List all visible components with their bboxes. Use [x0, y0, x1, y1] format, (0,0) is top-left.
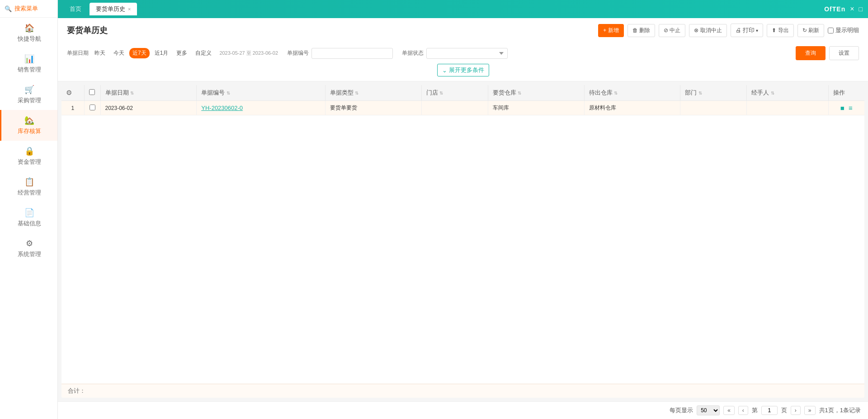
window-maximize-btn[interactable]: □ — [859, 5, 863, 13]
doc-number-link[interactable]: YH-20230602-0 — [201, 105, 243, 111]
row-ops: ■ ≡ — [828, 101, 864, 115]
row-dept — [680, 101, 747, 115]
cancel-stop-button[interactable]: ⊗ 取消中止 — [689, 24, 726, 37]
print-button[interactable]: 🖨 打印 ▾ — [731, 24, 764, 37]
doc-status-select[interactable] — [426, 48, 508, 59]
date-filter-label: 单据日期 — [67, 49, 89, 57]
display-detail-checkbox[interactable] — [828, 28, 834, 33]
select-all-checkbox[interactable] — [89, 89, 95, 95]
pagination-bar: 每页显示 10 20 50 100 « ‹ 第 页 › » 共1页，1条记录 — [58, 401, 868, 419]
col-handler[interactable]: 经手人 — [747, 85, 828, 101]
date-btn-custom[interactable]: 自定义 — [192, 48, 215, 58]
data-table: ⚙ 单据日期 单据编号 单据类型 — [61, 85, 864, 115]
filter-actions-row: ⌄ 展开更多条件 — [67, 64, 859, 81]
row-req-warehouse: 车间库 — [488, 101, 584, 115]
col-doc-number[interactable]: 单据编号 — [197, 85, 326, 101]
date-btn-today[interactable]: 今天 — [110, 48, 127, 58]
table-body: 1 2023-06-02 YH-20230602-0 要货单要货 车间库 原材料… — [61, 101, 864, 115]
sidebar-item-label: 采购管理 — [18, 96, 41, 105]
tab-home-label: 首页 — [70, 5, 81, 13]
sidebar-item-label: 基础信息 — [18, 219, 41, 228]
row-checkbox[interactable] — [90, 105, 95, 110]
tab-close-icon[interactable]: × — [128, 6, 131, 12]
col-ops: 操作 — [828, 85, 864, 101]
refresh-button[interactable]: ↻ 刷新 — [797, 24, 824, 37]
col-checkbox — [84, 85, 100, 101]
col-req-warehouse[interactable]: 要货仓库 — [488, 85, 584, 101]
toolbar: + 新增 🗑 删除 ⊘ 中止 ⊗ 取消中止 🖨 打印 ▾ ⬆ 导出 ↻ 刷新 显… — [598, 24, 859, 37]
home-icon: 🏠 — [24, 23, 34, 33]
per-page-label: 每页显示 — [670, 406, 693, 414]
sidebar-item-system-mgmt[interactable]: ⚙ 系统管理 — [0, 233, 57, 264]
table-header: ⚙ 单据日期 单据编号 单据类型 — [61, 85, 864, 101]
print-dropdown-icon[interactable]: ▾ — [756, 28, 758, 33]
date-btn-yesterday[interactable]: 昨天 — [91, 48, 108, 58]
first-page-btn[interactable]: « — [723, 406, 735, 415]
sidebar-item-label: 库存核算 — [18, 127, 41, 135]
settings-button[interactable]: 设置 — [829, 46, 859, 60]
row-more-icon[interactable]: ≡ — [849, 104, 853, 112]
doc-number-input[interactable] — [311, 48, 393, 59]
tab-requisition-history-label: 要货单历史 — [96, 5, 125, 13]
doc-number-filter-label: 单据编号 — [287, 49, 309, 57]
row-handler — [747, 101, 828, 115]
window-close-btn[interactable]: × — [850, 5, 854, 13]
table-header-row: ⚙ 单据日期 单据编号 单据类型 — [61, 85, 864, 101]
expand-more-label: 展开更多条件 — [449, 66, 484, 74]
cart-icon: 🛒 — [24, 85, 34, 95]
page-header: 要货单历史 + 新增 🗑 删除 ⊘ 中止 ⊗ 取消中止 🖨 打印 ▾ ⬆ 导出 … — [58, 18, 868, 81]
total-label: 合计： — [68, 387, 85, 394]
sidebar-item-label: 资金管理 — [18, 158, 41, 166]
sidebar: 🔍 搜索菜单 🏠 快捷导航 📊 销售管理 🛒 采购管理 🏡 库存核算 🔒 资金管… — [0, 0, 58, 419]
sidebar-item-finance-mgmt[interactable]: 🔒 资金管理 — [0, 141, 57, 171]
stop-button[interactable]: ⊘ 中止 — [659, 24, 685, 37]
tab-home[interactable]: 首页 — [63, 3, 88, 15]
chart-icon: 📊 — [24, 54, 34, 64]
prev-page-btn[interactable]: ‹ — [738, 406, 748, 415]
last-page-btn[interactable]: » — [804, 406, 816, 415]
sidebar-item-label: 搜索菜单 — [14, 5, 38, 13]
new-button[interactable]: + 新增 — [598, 24, 623, 37]
date-btn-more[interactable]: 更多 — [173, 48, 190, 58]
col-dept[interactable]: 部门 — [680, 85, 747, 101]
page-number-input[interactable] — [761, 406, 778, 415]
row-doc-number: YH-20230602-0 — [197, 101, 326, 115]
filter-row: 单据日期 昨天 今天 近7天 近1月 更多 自定义 2023-05-27 至 2… — [67, 42, 859, 64]
sidebar-item-quick-nav[interactable]: 🏠 快捷导航 — [0, 18, 57, 48]
clipboard-icon: 📋 — [24, 177, 34, 187]
sidebar-item-basic-info[interactable]: 📄 基础信息 — [0, 202, 57, 233]
search-icon: 🔍 — [5, 5, 12, 12]
export-button[interactable]: ⬆ 导出 — [767, 24, 793, 37]
main-area: 首页 要货单历史 × OfTEn × □ 要货单历史 + 新增 🗑 删除 ⊘ 中… — [58, 0, 868, 419]
next-page-btn[interactable]: › — [791, 406, 801, 415]
sidebar-item-search-menu[interactable]: 🔍 搜索菜单 — [0, 0, 57, 18]
row-doc-type: 要货单要货 — [325, 101, 421, 115]
col-doc-date[interactable]: 单据日期 — [100, 85, 197, 101]
expand-more-btn[interactable]: ⌄ 展开更多条件 — [437, 64, 489, 76]
sidebar-item-operations-mgmt[interactable]: 📋 经营管理 — [0, 171, 57, 202]
date-btn-1month[interactable]: 近1月 — [151, 48, 172, 58]
sidebar-item-label: 快捷导航 — [18, 35, 41, 43]
row-checkbox-cell — [84, 101, 100, 115]
doc-status-filter-group: 单据状态 — [402, 48, 508, 59]
gear-icon: ⚙ — [26, 238, 33, 248]
date-range-display: 2023-05-27 至 2023-06-02 — [219, 50, 278, 57]
col-store[interactable]: 门店 — [421, 85, 488, 101]
per-page-select[interactable]: 10 20 50 100 — [697, 405, 720, 415]
col-doc-type[interactable]: 单据类型 — [325, 85, 421, 101]
sidebar-item-sales-mgmt[interactable]: 📊 销售管理 — [0, 48, 57, 79]
sidebar-item-purchase-mgmt[interactable]: 🛒 采购管理 — [0, 79, 57, 110]
lock-icon: 🔒 — [24, 146, 34, 156]
delete-button[interactable]: 🗑 删除 — [627, 24, 655, 37]
sidebar-item-label: 销售管理 — [18, 66, 41, 74]
tab-requisition-history[interactable]: 要货单历史 × — [90, 3, 137, 15]
query-button[interactable]: 查询 — [796, 46, 826, 60]
app-logo: OfTEn — [824, 5, 845, 13]
sidebar-item-inventory[interactable]: 🏡 库存核算 — [0, 110, 57, 141]
table-settings-icon[interactable]: ⚙ — [66, 89, 72, 96]
col-pending-warehouse[interactable]: 待出仓库 — [584, 85, 680, 101]
content-area: 要货单历史 + 新增 🗑 删除 ⊘ 中止 ⊗ 取消中止 🖨 打印 ▾ ⬆ 导出 … — [58, 18, 868, 419]
date-btn-7days[interactable]: 近7天 — [129, 48, 150, 58]
row-edit-icon[interactable]: ■ — [840, 104, 844, 112]
table-footer: 合计： — [61, 384, 864, 398]
